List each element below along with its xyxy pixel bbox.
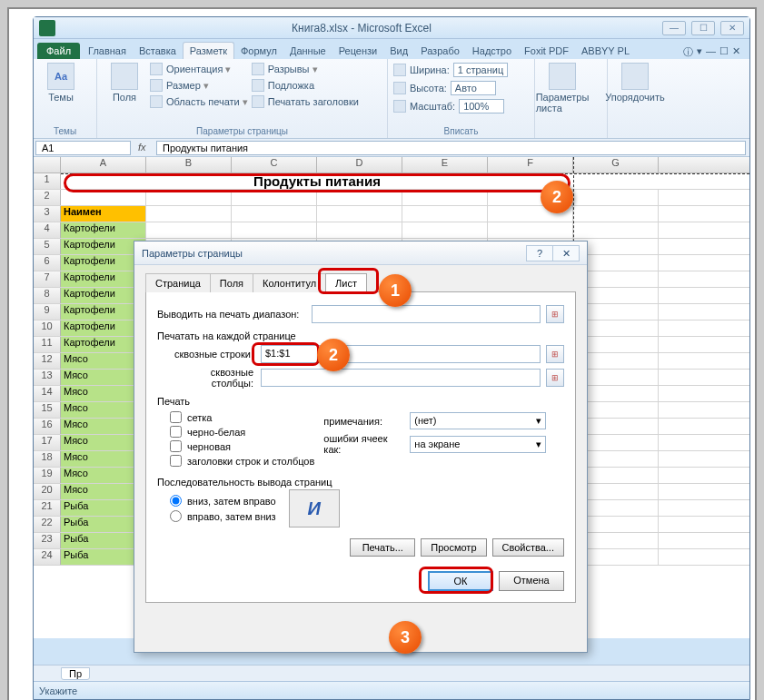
dialog-tab-margins[interactable]: Поля (210, 273, 253, 292)
row-header[interactable]: 17 (34, 435, 61, 450)
cell[interactable] (488, 222, 573, 238)
row-header[interactable]: 4 (34, 222, 61, 238)
range-picker-icon[interactable]: ⊞ (546, 369, 564, 387)
range-picker-icon[interactable]: ⊞ (546, 305, 564, 323)
col-header[interactable]: B (146, 157, 232, 173)
col-header[interactable]: D (317, 157, 402, 173)
ribbon-tab[interactable]: Разрабо (414, 43, 466, 59)
cell[interactable] (146, 206, 232, 222)
row-header[interactable]: 19 (34, 468, 61, 483)
dialog-tab-headerfooter[interactable]: Колонтитул (253, 273, 326, 292)
row-header[interactable]: 2 (34, 190, 61, 205)
cell[interactable] (402, 222, 488, 238)
preview-button[interactable]: Просмотр (421, 538, 486, 557)
row-header[interactable]: 10 (34, 320, 61, 336)
ok-button[interactable]: ОК (428, 571, 493, 591)
row-header[interactable]: 9 (34, 304, 61, 320)
col-header[interactable]: E (402, 157, 488, 173)
cell[interactable] (402, 190, 488, 205)
cell[interactable] (317, 206, 402, 222)
row-header[interactable]: 20 (34, 484, 61, 499)
cell[interactable] (317, 190, 402, 205)
cell[interactable]: Наимен (61, 206, 146, 222)
cell[interactable] (488, 190, 573, 205)
cell[interactable] (61, 190, 146, 205)
cols-repeat-input[interactable] (261, 369, 541, 387)
col-header[interactable]: F (488, 157, 573, 173)
cell[interactable] (402, 206, 488, 222)
ribbon-tab[interactable]: Вставка (133, 43, 183, 59)
row-header[interactable]: 1 (34, 173, 61, 189)
row-header[interactable]: 6 (34, 255, 61, 271)
range-picker-icon[interactable]: ⊞ (546, 345, 564, 363)
ribbon-restore-icon[interactable]: ☐ (719, 45, 729, 59)
row-header[interactable]: 11 (34, 337, 61, 352)
ribbon-tab[interactable]: Foxit PDF (518, 43, 575, 59)
fx-icon[interactable]: fx (138, 142, 151, 154)
ribbon-tab[interactable]: ABBYY PL (575, 43, 636, 59)
row-header[interactable]: 8 (34, 288, 61, 303)
row-header[interactable]: 22 (34, 517, 61, 532)
cell[interactable] (573, 190, 659, 205)
ribbon-tab[interactable]: Данные (283, 43, 332, 59)
row-header[interactable]: 12 (34, 353, 61, 369)
maximize-button[interactable]: ☐ (691, 21, 715, 35)
bw-checkbox[interactable]: черно-белая (170, 426, 314, 438)
cell[interactable] (232, 222, 317, 238)
errors-select[interactable]: на экране▾ (410, 436, 546, 453)
cancel-button[interactable]: Отмена (499, 571, 564, 591)
col-header[interactable]: A (61, 157, 146, 173)
dialog-tab-page[interactable]: Страница (145, 273, 211, 292)
row-header[interactable]: 3 (34, 206, 61, 222)
draft-checkbox[interactable]: черновая (170, 440, 314, 452)
row-header[interactable]: 15 (34, 402, 61, 418)
help-dropdown-icon[interactable]: ▾ (697, 45, 702, 59)
dialog-close-button[interactable]: ✕ (552, 245, 580, 261)
ribbon-tab[interactable]: Главная (82, 43, 133, 59)
sheet-options-button[interactable]: Параметры листа (541, 61, 584, 115)
cell[interactable] (146, 190, 232, 205)
cell[interactable] (573, 222, 659, 238)
fit-width-combo[interactable]: 1 страниц (453, 63, 508, 77)
fit-height-combo[interactable]: Авто (451, 81, 496, 95)
breaks-button[interactable]: Разрывы▾ (252, 61, 359, 77)
file-tab[interactable]: Файл (37, 43, 80, 59)
print-titles-button[interactable]: Печатать заголовки (252, 94, 359, 110)
headings-checkbox[interactable]: заголовки строк и столбцов (170, 455, 314, 467)
row-header[interactable]: 16 (34, 419, 61, 434)
order-down-radio[interactable]: вниз, затем вправо (170, 495, 276, 507)
print-button[interactable]: Печать... (350, 538, 415, 557)
cell[interactable] (488, 206, 573, 222)
dialog-help-button[interactable]: ? (526, 245, 553, 261)
cell[interactable] (232, 206, 317, 222)
row-header[interactable]: 23 (34, 533, 61, 548)
row-header[interactable]: 14 (34, 386, 61, 401)
ribbon-tab[interactable]: Формул (234, 43, 283, 59)
size-button[interactable]: Размер▾ (150, 77, 248, 94)
cell[interactable]: Картофели (61, 222, 146, 238)
properties-button[interactable]: Свойства... (492, 538, 564, 557)
ribbon-tab[interactable]: Надстро (466, 43, 518, 59)
arrange-button[interactable]: Упорядочить (613, 61, 657, 104)
ribbon-tab-active[interactable]: Разметк (183, 42, 234, 59)
print-range-input[interactable] (312, 305, 541, 323)
notes-select[interactable]: (нет)▾ (410, 412, 546, 429)
row-header[interactable]: 18 (34, 451, 61, 467)
row-header[interactable]: 5 (34, 239, 61, 254)
select-all-corner[interactable] (34, 157, 61, 173)
row-header[interactable]: 21 (34, 500, 61, 516)
formula-input[interactable]: Продукты питания (156, 141, 746, 155)
cell[interactable] (146, 222, 232, 238)
background-button[interactable]: Подложка (252, 77, 359, 94)
dialog-tab-sheet[interactable]: Лист (325, 273, 367, 292)
row-header[interactable]: 13 (34, 370, 61, 385)
ribbon-minimize-icon[interactable]: — (706, 45, 716, 59)
grid-checkbox[interactable]: сетка (170, 411, 314, 423)
name-box[interactable]: A1 (35, 141, 131, 155)
close-button[interactable]: ✕ (720, 21, 744, 35)
help-icon[interactable]: ⓘ (683, 45, 693, 59)
cell[interactable] (317, 222, 402, 238)
orientation-button[interactable]: Ориентация▾ (150, 61, 248, 77)
row-header[interactable]: 24 (34, 549, 61, 565)
themes-button[interactable]: AaТемы (39, 61, 83, 104)
